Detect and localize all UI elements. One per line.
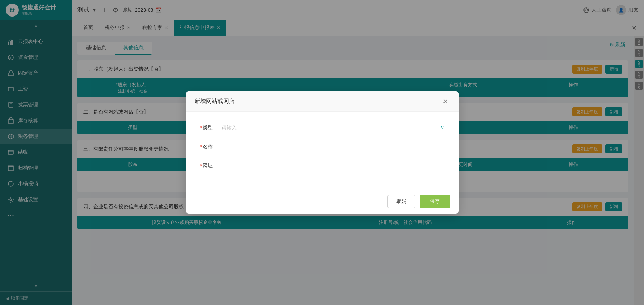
name-input-wrapper: [222, 142, 444, 151]
modal-title: 新增网站或网店: [194, 98, 235, 105]
url-label: *网址: [200, 163, 222, 169]
type-input-wrapper: ∨: [222, 123, 444, 132]
modal-header: 新增网站或网店 ✕: [186, 91, 459, 112]
modal-body: *类型 ∨ *名称 *网址: [186, 112, 459, 189]
form-row-name: *名称: [200, 142, 444, 151]
form-row-url: *网址: [200, 161, 444, 170]
name-input[interactable]: [222, 144, 444, 149]
modal-close-button[interactable]: ✕: [441, 97, 450, 106]
modal-add-website: 新增网站或网店 ✕ *类型 ∨ *名称: [186, 91, 459, 214]
save-button[interactable]: 保存: [420, 195, 450, 208]
type-input[interactable]: [222, 125, 441, 130]
form-row-type: *类型 ∨: [200, 123, 444, 132]
url-input[interactable]: [222, 163, 444, 168]
url-input-wrapper: [222, 161, 444, 170]
modal-overlay[interactable]: 新增网站或网店 ✕ *类型 ∨ *名称: [0, 0, 644, 305]
modal-footer: 取消 保存: [186, 189, 459, 214]
type-label: *类型: [200, 125, 222, 131]
type-dropdown-arrow[interactable]: ∨: [441, 125, 444, 130]
name-label: *名称: [200, 144, 222, 150]
cancel-button[interactable]: 取消: [387, 195, 415, 208]
